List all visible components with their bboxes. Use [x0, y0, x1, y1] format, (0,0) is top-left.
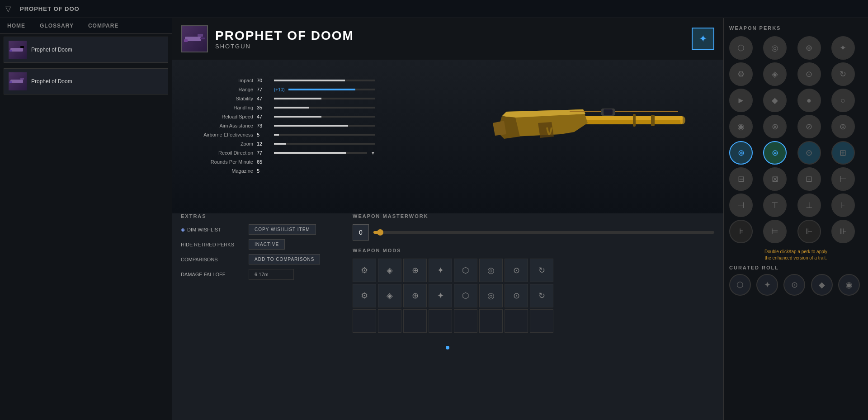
- perk-icon-2-3[interactable]: ○: [831, 89, 855, 112]
- stat-bar-container-8: [274, 152, 367, 154]
- perk-icon-6-2[interactable]: ⊥: [797, 193, 821, 217]
- curated-perk-0[interactable]: ⬡: [729, 274, 751, 296]
- mod-slot-1[interactable]: ◈: [378, 259, 401, 282]
- add-to-comparisons-button[interactable]: ADD TO COMPARISONS: [249, 254, 320, 264]
- stat-label-10: Magazine: [194, 168, 253, 174]
- perk-icon-1-1[interactable]: ◈: [763, 62, 787, 86]
- perk-icon-0-1[interactable]: ◎: [763, 36, 787, 60]
- perk-icon-6-0[interactable]: ⊣: [729, 193, 753, 217]
- mod-slot-12[interactable]: ⬡: [454, 284, 477, 307]
- perk-icon-1-0[interactable]: ⚙: [729, 62, 753, 86]
- perk-icon-7-2[interactable]: ⊩: [797, 220, 821, 243]
- inactive-button[interactable]: INACTIVE: [249, 239, 285, 250]
- mod-slot-9[interactable]: ◈: [378, 284, 401, 307]
- sidebar-item-0[interactable]: Prophet of Doom: [4, 37, 168, 63]
- perk-icon-7-0[interactable]: ⊧: [729, 220, 753, 243]
- curated-perk-3[interactable]: ◆: [811, 274, 833, 296]
- mod-slot-8[interactable]: ⚙: [353, 284, 376, 307]
- curated-perk-1[interactable]: ✦: [756, 274, 778, 296]
- nav-compare[interactable]: COMPARE: [81, 18, 126, 33]
- copy-wishlist-button[interactable]: COPY WISHLIST ITEM: [249, 224, 316, 235]
- perk-icon-4-3[interactable]: ⊞: [831, 141, 855, 165]
- perk-icon-1-3[interactable]: ↻: [831, 62, 855, 86]
- stat-value-2: 47: [257, 96, 270, 101]
- masterwork-title: WEAPON MASTERWORK: [353, 213, 714, 219]
- perk-icon-3-1[interactable]: ⊗: [763, 115, 787, 138]
- mod-slot-11[interactable]: ✦: [429, 284, 452, 307]
- stat-value-5: 73: [257, 123, 270, 128]
- svg-rect-1: [20, 46, 24, 48]
- perk-icon-2-1[interactable]: ◆: [763, 89, 787, 112]
- stat-label-5: Aim Assistance: [194, 123, 253, 128]
- perk-icon-1-2[interactable]: ⊙: [797, 62, 821, 86]
- sidebar-item-1[interactable]: Prophet of Doom: [4, 68, 168, 94]
- mods-grid: ⚙◈⊕✦⬡◎⊙↻⚙◈⊕✦⬡◎⊙↻: [353, 259, 714, 333]
- curated-perk-2[interactable]: ⊙: [783, 274, 805, 296]
- perk-row-3: ◉⊗⊘⊚: [729, 115, 863, 138]
- mod-slot-16[interactable]: [353, 309, 376, 333]
- perk-icon-2-0[interactable]: ►: [729, 89, 753, 112]
- perk-icon-5-3[interactable]: ⊢: [831, 167, 855, 191]
- mod-slot-17[interactable]: [378, 309, 401, 333]
- stat-bar-container-5: [274, 125, 375, 127]
- extras-falloff-label: DAMAGE FALLOFF: [181, 272, 244, 277]
- perk-icon-4-1[interactable]: ⊜: [763, 141, 787, 165]
- perk-icon-5-0[interactable]: ⊟: [729, 167, 753, 191]
- stat-row-2: Stability47: [194, 96, 375, 101]
- perk-icon-6-3[interactable]: ⊦: [831, 193, 855, 217]
- perk-icon-7-3[interactable]: ⊪: [831, 220, 855, 243]
- stat-label-9: Rounds Per Minute: [194, 159, 253, 165]
- nav-glossary[interactable]: GLOSSARY: [33, 18, 81, 33]
- perk-icon-4-0[interactable]: ⊛: [729, 141, 753, 165]
- perk-icon-5-2[interactable]: ⊡: [797, 167, 821, 191]
- mod-slot-2[interactable]: ⊕: [403, 259, 427, 282]
- nav-home[interactable]: HOME: [0, 18, 33, 33]
- mod-slot-19[interactable]: [429, 309, 452, 333]
- masterwork-level: 0: [353, 224, 369, 241]
- mod-slot-3[interactable]: ✦: [429, 259, 452, 282]
- curated-perk-4[interactable]: ◉: [838, 274, 860, 296]
- filter-icon: ▽: [5, 5, 11, 13]
- stat-bar-1: [288, 89, 355, 90]
- mod-slot-4[interactable]: ⬡: [454, 259, 477, 282]
- mod-slot-23[interactable]: [530, 309, 553, 333]
- mod-slot-0[interactable]: ⚙: [353, 259, 376, 282]
- mod-slot-21[interactable]: [479, 309, 503, 333]
- stat-row-7: Zoom12: [194, 141, 375, 146]
- perk-icon-4-2[interactable]: ⊝: [797, 141, 821, 165]
- extras-comparisons-label: COMPARISONS: [181, 257, 244, 262]
- stat-row-5: Aim Assistance73: [194, 123, 375, 128]
- perk-icon-5-1[interactable]: ⊠: [763, 167, 787, 191]
- masterwork-slider[interactable]: [373, 231, 714, 234]
- stat-row-0: Impact70: [194, 78, 375, 83]
- perk-icon-0-3[interactable]: ✦: [831, 36, 855, 60]
- mod-slot-20[interactable]: [454, 309, 477, 333]
- weapon-corner-icon[interactable]: ✦: [692, 28, 714, 50]
- masterwork-slider-thumb: [377, 229, 383, 236]
- mod-slot-10[interactable]: ⊕: [403, 284, 427, 307]
- mod-slot-7[interactable]: ↻: [530, 259, 553, 282]
- mods-title: WEAPON MODS: [353, 248, 714, 253]
- mod-slot-6[interactable]: ⊙: [505, 259, 528, 282]
- perk-icon-7-1[interactable]: ⊨: [763, 220, 787, 243]
- mod-slot-15[interactable]: ↻: [530, 284, 553, 307]
- mods-panel: WEAPON MODS ⚙◈⊕✦⬡◎⊙↻⚙◈⊕✦⬡◎⊙↻: [353, 248, 714, 333]
- perk-icon-6-1[interactable]: ⊤: [763, 193, 787, 217]
- perk-icon-3-0[interactable]: ◉: [729, 115, 753, 138]
- mod-slot-13[interactable]: ◎: [479, 284, 503, 307]
- perk-icon-2-2[interactable]: ●: [797, 89, 821, 112]
- stat-bar-container-3: [274, 107, 375, 109]
- stat-label-1: Range: [194, 87, 253, 92]
- content-area: PROPHET OF DOOM SHOTGUN ✦ Impact70Range7…: [172, 18, 723, 420]
- perk-icon-0-0[interactable]: ⬡: [729, 36, 753, 60]
- mod-slot-18[interactable]: [403, 309, 427, 333]
- mod-slot-22[interactable]: [505, 309, 528, 333]
- stat-label-2: Stability: [194, 96, 253, 101]
- perk-icon-3-2[interactable]: ⊘: [797, 115, 821, 138]
- perk-icon-3-3[interactable]: ⊚: [831, 115, 855, 138]
- perk-icon-0-2[interactable]: ⊕: [797, 36, 821, 60]
- weapon-thumb-1: [9, 72, 27, 90]
- mod-slot-5[interactable]: ◎: [479, 259, 503, 282]
- mod-slot-14[interactable]: ⊙: [505, 284, 528, 307]
- stat-row-1: Range77(+10): [194, 87, 375, 92]
